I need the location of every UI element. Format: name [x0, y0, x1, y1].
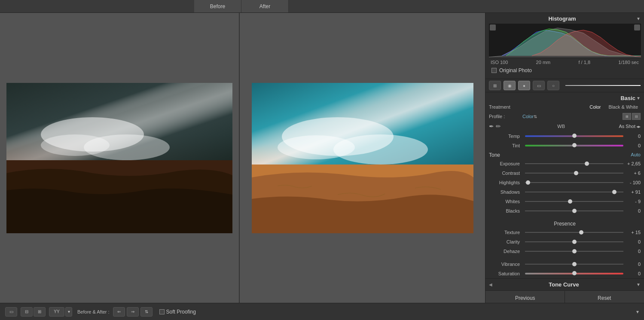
soft-proofing-checkbox[interactable] [159, 309, 165, 314]
tool-grid-btn[interactable]: ⊞ [489, 81, 501, 90]
auto-label[interactable]: Auto [631, 152, 641, 158]
before-photo [6, 83, 232, 233]
after-label: After [241, 0, 289, 12]
tone-curve-title: Tone Curve [549, 281, 579, 288]
exposure-label: Exposure [489, 161, 523, 166]
profile-grid-btn-2[interactable]: ⊟ [632, 113, 641, 120]
bottom-chevron-icon[interactable]: ▾ [636, 309, 639, 315]
texture-slider[interactable] [525, 232, 623, 233]
profile-value[interactable]: Color [522, 114, 534, 119]
blacks-slider[interactable] [525, 210, 623, 211]
clarity-thumb[interactable] [572, 240, 577, 244]
exposure-value: + 2,65 [625, 161, 641, 166]
tool-circle-btn[interactable]: ○ [547, 81, 559, 90]
tool-circle-filled-btn[interactable]: ● [518, 81, 530, 90]
profile-row: Profile : Color ⇅ ⊞ ⊟ [485, 112, 644, 121]
histogram-canvas [489, 24, 641, 58]
basic-title: Basic [620, 95, 635, 101]
right-panel: Histogram ▼ [485, 13, 644, 303]
tool-brightness-slider[interactable] [565, 85, 641, 86]
highlights-slider[interactable] [525, 182, 623, 183]
treatment-label: Treatment [489, 104, 519, 110]
profile-label: Profile : [489, 114, 519, 119]
contrast-thumb[interactable] [574, 171, 578, 175]
next-arrow-btn[interactable]: ⇒ [127, 307, 139, 317]
dehaze-slider[interactable] [525, 251, 623, 252]
prev-arrow-btn[interactable]: ⇐ [113, 307, 125, 317]
saturation-slider[interactable] [525, 273, 623, 274]
basic-arrow[interactable]: ▼ [636, 96, 641, 101]
svg-point-4 [41, 134, 110, 156]
treatment-color-btn[interactable]: Color [587, 104, 603, 110]
view-split-btn[interactable]: ⊟ [21, 307, 33, 317]
tone-label: Tone [489, 152, 500, 158]
whites-thumb[interactable] [568, 199, 572, 204]
prev-reset-bar: Previous Reset [485, 290, 644, 303]
tint-slider[interactable] [525, 145, 623, 146]
profile-arrows[interactable]: ⇅ [534, 114, 537, 119]
dehaze-thumb[interactable] [572, 249, 577, 253]
contrast-slider[interactable] [525, 173, 623, 174]
view-yy-btn[interactable]: YY [49, 307, 64, 317]
treatment-buttons: Color Black & White [587, 104, 641, 110]
histogram-svg [489, 24, 641, 58]
highlights-row: Highlights - 100 [485, 178, 644, 187]
vibrance-thumb[interactable] [572, 262, 577, 266]
dehaze-value: 0 [625, 249, 641, 254]
blacks-thumb[interactable] [572, 209, 577, 213]
shadows-value: + 91 [625, 189, 641, 195]
shadows-thumb[interactable] [612, 190, 617, 194]
exposure-slider[interactable] [525, 163, 623, 164]
svg-point-10 [278, 135, 355, 159]
whites-value: - 9 [625, 199, 641, 204]
bottom-bar: ▭ ⊟ ⊞ YY ▾ Before & After : ⇐ ⇒ ⇅ Soft P… [0, 303, 644, 320]
highlights-thumb[interactable] [526, 180, 530, 185]
wb-dropdown-arrows[interactable]: ◂▸ [636, 124, 641, 129]
temp-label: Temp [489, 134, 523, 139]
texture-thumb[interactable] [579, 230, 583, 235]
hist-corner-tr[interactable] [634, 24, 640, 30]
profile-grid-btn-1[interactable]: ⊞ [623, 113, 631, 120]
shadows-label: Shadows [489, 189, 523, 195]
view-compare-btn[interactable]: ⊞ [34, 307, 46, 317]
highlights-value: - 100 [625, 180, 641, 185]
exif-aperture: f / 1,8 [578, 60, 590, 65]
vibrance-row: Vibrance 0 [485, 259, 644, 269]
after-photo [252, 83, 473, 233]
hist-corner-tl[interactable] [490, 24, 496, 30]
reset-button[interactable]: Reset [565, 291, 644, 303]
original-photo-checkbox[interactable] [491, 68, 497, 73]
temp-slider[interactable] [525, 135, 623, 137]
saturation-row: Saturation 0 [485, 269, 644, 278]
saturation-thumb[interactable] [572, 271, 577, 275]
view-single-btn[interactable]: ▭ [5, 307, 17, 317]
tint-value: 0 [625, 143, 641, 148]
exif-focal: 20 mm [536, 60, 551, 65]
tool-circle-outline-btn[interactable]: ◉ [504, 81, 516, 90]
image-area [0, 13, 485, 303]
previous-button[interactable]: Previous [485, 291, 565, 303]
view-toggle-btns: ⊟ ⊞ [21, 307, 46, 317]
whites-slider[interactable] [525, 201, 623, 202]
exposure-row: Exposure + 2,65 [485, 159, 644, 168]
exposure-thumb[interactable] [585, 162, 589, 166]
treatment-bw-btn[interactable]: Black & White [606, 104, 641, 110]
before-after-label: Before & After : [77, 309, 110, 314]
nav-arrow-btns: ⇐ ⇒ ⇅ [113, 307, 153, 317]
view-yy-dropdown[interactable]: ▾ [65, 307, 72, 317]
wb-value[interactable]: As Shot [619, 124, 635, 129]
tone-curve-collapse-icon[interactable]: ◀ [489, 282, 492, 287]
whites-row: Whites - 9 [485, 197, 644, 206]
vibrance-slider[interactable] [525, 264, 623, 265]
shadows-slider[interactable] [525, 192, 623, 192]
wb-eyedropper-icon[interactable]: ✒ [489, 123, 494, 130]
top-label-bar: Before After [0, 0, 644, 13]
tool-rect-btn[interactable]: ▭ [533, 81, 545, 90]
wb-dropper-icon2[interactable]: ✏ [496, 123, 501, 130]
clarity-slider[interactable] [525, 241, 623, 242]
tint-thumb[interactable] [572, 143, 577, 147]
tone-curve-arrow[interactable]: ▼ [636, 282, 641, 287]
histogram-arrow[interactable]: ▼ [636, 16, 641, 21]
temp-thumb[interactable] [572, 134, 577, 138]
swap-btn[interactable]: ⇅ [140, 307, 153, 317]
